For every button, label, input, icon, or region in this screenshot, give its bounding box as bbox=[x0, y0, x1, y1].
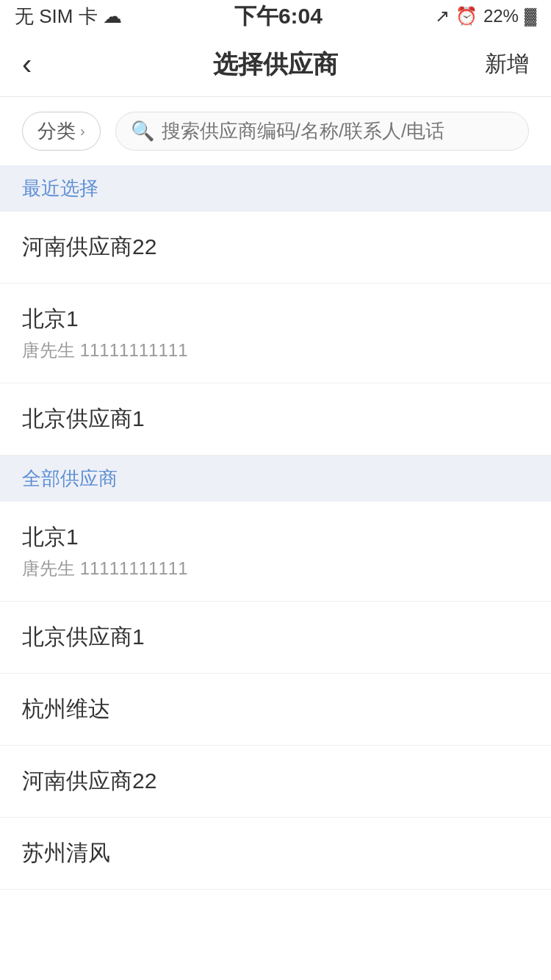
search-input[interactable] bbox=[162, 120, 514, 143]
item-sub: 唐先生 11111111111 bbox=[22, 339, 529, 362]
chevron-right-icon: › bbox=[80, 123, 85, 140]
item-name: 北京供应商1 bbox=[22, 622, 529, 652]
item-name: 苏州清风 bbox=[22, 838, 529, 868]
recent-section-label: 最近选择 bbox=[22, 177, 98, 199]
list-item[interactable]: 北京1唐先生 11111111111 bbox=[0, 502, 551, 602]
item-name: 北京供应商1 bbox=[22, 404, 529, 434]
item-name: 杭州维达 bbox=[22, 694, 529, 724]
all-section-label: 全部供应商 bbox=[22, 467, 118, 489]
no-sim-label: 无 SIM 卡 ☁ bbox=[15, 4, 122, 29]
list-item[interactable]: 杭州维达 bbox=[0, 674, 551, 746]
recent-items-list: 河南供应商22北京1唐先生 11111111111北京供应商1 bbox=[0, 212, 551, 455]
filter-bar: 分类 › 🔍 bbox=[0, 97, 551, 165]
search-box: 🔍 bbox=[115, 112, 529, 151]
list-item[interactable]: 北京供应商1 bbox=[0, 602, 551, 674]
recent-section-header: 最近选择 bbox=[0, 165, 551, 212]
status-right: ↗ ⏰ 22% ▓ bbox=[435, 6, 536, 26]
list-item[interactable]: 河南供应商22 bbox=[0, 746, 551, 818]
item-name: 北京1 bbox=[22, 304, 529, 334]
location-icon: ↗ bbox=[435, 6, 450, 26]
item-sub: 唐先生 11111111111 bbox=[22, 557, 529, 580]
status-left: 无 SIM 卡 ☁ bbox=[15, 4, 122, 29]
all-items-list: 北京1唐先生 11111111111北京供应商1杭州维达河南供应商22苏州清风 bbox=[0, 502, 551, 890]
status-time: 下午6:04 bbox=[234, 1, 323, 32]
page-title: 选择供应商 bbox=[213, 48, 338, 82]
battery-label: 22% bbox=[483, 6, 519, 26]
status-bar: 无 SIM 卡 ☁ 下午6:04 ↗ ⏰ 22% ▓ bbox=[0, 0, 551, 32]
list-item[interactable]: 河南供应商22 bbox=[0, 212, 551, 284]
alarm-icon: ⏰ bbox=[455, 6, 478, 26]
list-item[interactable]: 苏州清风 bbox=[0, 818, 551, 890]
item-name: 河南供应商22 bbox=[22, 766, 529, 796]
battery-icon: ▓ bbox=[525, 7, 536, 26]
add-button[interactable]: 新增 bbox=[485, 49, 529, 79]
item-name: 北京1 bbox=[22, 522, 529, 552]
category-label: 分类 bbox=[37, 118, 76, 144]
nav-bar: ‹ 选择供应商 新增 bbox=[0, 32, 551, 97]
back-button[interactable]: ‹ bbox=[22, 48, 66, 81]
search-icon: 🔍 bbox=[131, 120, 154, 143]
category-button[interactable]: 分类 › bbox=[22, 112, 101, 151]
list-item[interactable]: 北京供应商1 bbox=[0, 383, 551, 455]
list-item[interactable]: 北京1唐先生 11111111111 bbox=[0, 284, 551, 383]
all-section-header: 全部供应商 bbox=[0, 455, 551, 502]
item-name: 河南供应商22 bbox=[22, 232, 529, 262]
